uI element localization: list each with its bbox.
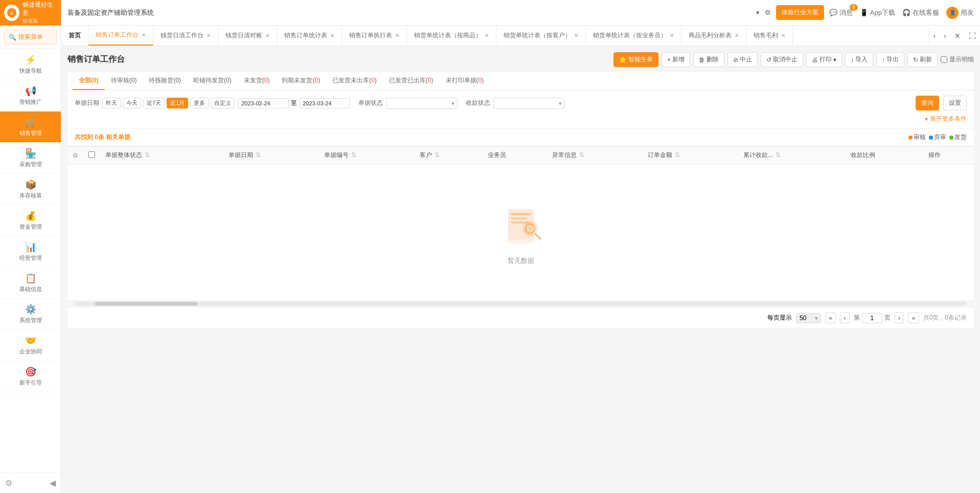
first-page-button[interactable]: « xyxy=(825,312,836,323)
user-menu-button[interactable]: 👤 用友 xyxy=(946,7,974,19)
last-page-button[interactable]: » xyxy=(908,312,919,323)
sidebar-item-basic[interactable]: 📋 基础信息 xyxy=(0,267,61,299)
tab-close-gross-profit[interactable]: ✕ xyxy=(735,33,739,38)
table-actions: 审核 弃审 发货 xyxy=(908,133,967,142)
date-today-button[interactable]: 今天 xyxy=(123,98,141,108)
tab-sales-order-workbench[interactable]: 销售订单工作台 ✕ xyxy=(88,26,153,46)
collapse-sidebar-button[interactable]: ◀ xyxy=(50,478,56,488)
sub-tab-wangpu-pending[interactable]: 旺铺待发货(0) xyxy=(187,72,238,90)
show-detail-checkbox[interactable] xyxy=(941,56,947,63)
sidebar-item-enterprise[interactable]: 🤝 企业协同 xyxy=(0,330,61,361)
tab-gross-profit[interactable]: 商品毛利分析表 ✕ xyxy=(681,26,746,45)
date-1month-button[interactable]: 近1月 xyxy=(167,98,188,108)
tab-close-cash-daily[interactable]: ✕ xyxy=(207,33,211,38)
next-page-button[interactable]: › xyxy=(895,312,904,323)
date-from-input[interactable] xyxy=(238,98,289,108)
stop-button[interactable]: ⊘ 中止 xyxy=(727,52,758,67)
tab-sales-exec[interactable]: 销售订单执行表 ✕ xyxy=(342,26,407,45)
tab-close-sales-summary-customer[interactable]: ✕ xyxy=(574,33,578,38)
tab-sales-summary-product[interactable]: 销货单统计表（按商品） ✕ xyxy=(407,26,496,45)
scroll-thumb[interactable] xyxy=(95,302,197,306)
logo-text: 畅捷通好生意 xyxy=(22,1,57,17)
sub-tab-pending-review[interactable]: 待审核(0) xyxy=(105,72,143,90)
app-download-button[interactable]: 📱 App下载 xyxy=(860,8,895,17)
add-button[interactable]: + 新增 xyxy=(662,52,690,67)
message-button[interactable]: 💬 6 消息 xyxy=(829,8,853,17)
status-select[interactable] xyxy=(386,98,458,109)
sub-tab-not-shipped[interactable]: 未发货(0) xyxy=(238,72,276,90)
date-more-button[interactable]: 更多 xyxy=(190,98,209,108)
sidebar-item-purchase[interactable]: 🏪 采购管理 xyxy=(0,143,61,174)
tab-close-sales-summary-staff[interactable]: ✕ xyxy=(670,33,674,38)
ship-action-button[interactable]: 发货 xyxy=(949,133,967,142)
filter-settings-button[interactable]: 设置 xyxy=(943,96,967,110)
sort-date-icon[interactable]: ⇅ xyxy=(256,151,261,159)
sidebar-item-inventory[interactable]: 📦 库存核算 xyxy=(0,174,61,205)
export-button[interactable]: ↑ 导出 xyxy=(876,52,904,67)
smart-generate-button[interactable]: ⭐ 智能生单 xyxy=(613,52,658,67)
sub-tab-pending-inspect[interactable]: 待拣验货(0) xyxy=(143,72,187,90)
col-settings-icon[interactable]: ⚙ xyxy=(73,152,78,159)
date-7days-button[interactable]: 近7天 xyxy=(143,98,165,108)
expand-conditions-button[interactable]: ▾ 展开更多条件 xyxy=(925,115,967,123)
tab-close-sales-exec[interactable]: ✕ xyxy=(395,33,399,38)
delete-button[interactable]: 🗑 删除 xyxy=(693,52,724,67)
tab-close-sales-summary-product[interactable]: ✕ xyxy=(485,33,489,38)
date-to-input[interactable] xyxy=(299,98,350,108)
sort-received-icon[interactable]: ⇅ xyxy=(776,151,781,159)
page-size-select[interactable]: 10 20 50 100 xyxy=(796,313,821,323)
prev-page-button[interactable]: ‹ xyxy=(840,312,849,323)
sidebar-item-finance[interactable]: 💰 资金管理 xyxy=(0,205,61,236)
sidebar-item-marketing[interactable]: 📢 营销推广 xyxy=(0,80,61,111)
query-button[interactable]: 查询 xyxy=(916,96,939,110)
sort-exception-icon[interactable]: ⇅ xyxy=(579,151,584,159)
purchase-icon: 🏪 xyxy=(25,148,36,159)
tab-sales-summary-staff[interactable]: 销货单统计表（按业务员） ✕ xyxy=(586,26,681,45)
tab-nav-prev-button[interactable]: ‹ xyxy=(929,27,940,45)
tab-close-cash-reconcile[interactable]: ✕ xyxy=(265,33,269,38)
tab-close-sales-order[interactable]: ✕ xyxy=(142,32,146,38)
tab-close-all-button[interactable]: ✕ xyxy=(950,27,965,45)
sub-tab-shipped-not-out[interactable]: 已发货未出库(0) xyxy=(326,72,383,90)
tab-sales-stats[interactable]: 销售订单统计表 ✕ xyxy=(277,26,342,45)
page-number-input[interactable] xyxy=(862,313,882,323)
select-all-checkbox[interactable] xyxy=(88,151,95,158)
settings-gear-button[interactable]: ⚙ xyxy=(765,9,771,16)
sort-customer-icon[interactable]: ⇅ xyxy=(435,151,440,159)
sidebar-item-quick-nav[interactable]: ⚡ 快捷导航 xyxy=(0,49,61,80)
print-button[interactable]: 🖨 打印 ▾ xyxy=(806,52,842,67)
tab-close-sales-profit[interactable]: ✕ xyxy=(781,33,785,38)
tab-sales-profit[interactable]: 销售毛利 ✕ xyxy=(746,26,793,45)
tab-close-sales-stats[interactable]: ✕ xyxy=(330,33,334,38)
sub-tab-shipped-out[interactable]: 已发货已出库(0) xyxy=(383,72,440,90)
tab-sales-summary-customer[interactable]: 销货单统计表（按客户） ✕ xyxy=(496,26,586,45)
sub-tab-not-printed[interactable]: 未打印单据(0) xyxy=(440,72,490,90)
review-action-button[interactable]: 审核 xyxy=(908,133,926,142)
sub-tab-all[interactable]: 全部(0) xyxy=(73,72,105,90)
tab-home[interactable]: 首页 xyxy=(61,26,88,45)
tab-expand-button[interactable]: ⛶ xyxy=(965,27,980,45)
date-custom-button[interactable]: 自定义 xyxy=(211,98,235,108)
settings-bottom-button[interactable]: ⚙ xyxy=(5,478,12,488)
sidebar-item-guide[interactable]: 🎯 新手引导 xyxy=(0,361,61,392)
sidebar-item-sales[interactable]: 🛒 销售管理 xyxy=(0,111,61,143)
sub-tab-expired-not-shipped[interactable]: 到期未发货(0) xyxy=(276,72,326,90)
sidebar-item-system[interactable]: ⚙️ 系统管理 xyxy=(0,299,61,330)
cancel-stop-button[interactable]: ↺ 取消中止 xyxy=(761,52,803,67)
tab-cash-reconcile[interactable]: 钱货日清对账 ✕ xyxy=(218,26,277,45)
date-yesterday-button[interactable]: 昨天 xyxy=(102,98,121,108)
import-button[interactable]: ↓ 导入 xyxy=(845,52,873,67)
search-menu-button[interactable]: 🔍 搜索菜单 xyxy=(4,30,57,44)
online-service-button[interactable]: 🎧 在线客服 xyxy=(902,8,939,17)
solution-button[interactable]: 体验行业方案 xyxy=(776,5,824,20)
sort-status-icon[interactable]: ⇅ xyxy=(145,151,150,159)
sort-amount-icon[interactable]: ⇅ xyxy=(675,151,680,159)
refresh-button[interactable]: ↻ 刷新 xyxy=(907,52,938,67)
payment-select[interactable] xyxy=(493,98,565,109)
sidebar-item-operation[interactable]: 📊 经营管理 xyxy=(0,236,61,267)
sort-number-icon[interactable]: ⇅ xyxy=(351,151,356,159)
module-dropdown-button[interactable]: ▾ xyxy=(756,9,760,16)
tab-cash-daily[interactable]: 钱货日清工作台 ✕ xyxy=(153,26,218,45)
cancel-review-action-button[interactable]: 弃审 xyxy=(929,133,946,142)
tab-nav-next-button[interactable]: › xyxy=(940,27,950,45)
